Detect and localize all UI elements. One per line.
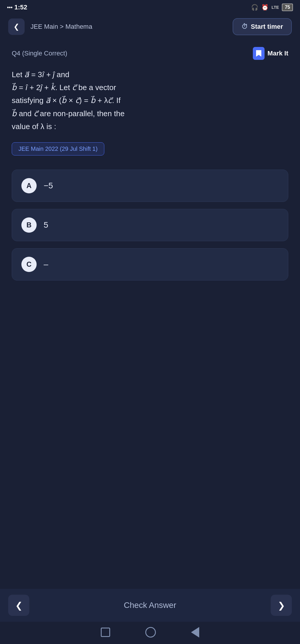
system-nav <box>0 622 300 644</box>
square-icon <box>101 628 110 637</box>
question-line-3: satisfying a⃗ × (b⃗ × c⃗) = b⃗ + λc⃗. If <box>12 96 120 105</box>
option-c-value: – <box>44 260 48 269</box>
option-b-badge: B <box>21 217 37 233</box>
question-text: Let a⃗ = 3î + ĵ and b⃗ = î + 2ĵ + k̂. Le… <box>12 68 288 133</box>
question-label: Q4 (Single Correct) <box>12 50 67 57</box>
bottom-nav: ❮ Check Answer ❯ <box>0 589 300 622</box>
nav-bar: ❮ JEE Main > Mathema ⏱ Start timer <box>0 13 300 40</box>
mark-it-label: Mark It <box>267 50 288 57</box>
status-bar: ••• 1:52 🎧 ⏰ LTE 75 <box>0 0 300 13</box>
status-time: 1:52 <box>14 4 27 11</box>
main-content: Q4 (Single Correct) Mark It Let a⃗ = 3î … <box>0 40 300 589</box>
question-line-4: b⃗ and c⃗ are non-parallel, then the <box>12 109 125 118</box>
next-icon: ❯ <box>278 600 285 611</box>
system-back-circle-button[interactable] <box>145 627 156 638</box>
option-b-value: 5 <box>44 220 48 230</box>
circle-icon <box>145 627 156 638</box>
back-icon: ❮ <box>13 23 19 31</box>
lte-label: LTE <box>272 5 279 10</box>
check-answer-button[interactable]: Check Answer <box>29 601 271 610</box>
option-a-value: −5 <box>44 181 53 190</box>
question-header: Q4 (Single Correct) Mark It <box>12 47 288 60</box>
bookmark-icon <box>253 47 265 60</box>
alarm-icon: ⏰ <box>261 4 269 11</box>
options-list: A −5 B 5 C – <box>12 170 288 280</box>
breadcrumb: JEE Main > Mathema <box>30 23 227 31</box>
option-a[interactable]: A −5 <box>12 170 288 202</box>
next-button[interactable]: ❯ <box>271 595 292 616</box>
source-tag[interactable]: JEE Main 2022 (29 Jul Shift 1) <box>12 142 104 155</box>
status-left: ••• 1:52 <box>7 4 27 11</box>
signal-icon: ••• <box>7 4 13 11</box>
system-home-button[interactable] <box>101 628 110 637</box>
option-a-badge: A <box>21 178 37 193</box>
triangle-back-icon <box>191 627 199 638</box>
mark-it-button[interactable]: Mark It <box>253 47 288 60</box>
question-line-5: value of λ is : <box>12 122 56 131</box>
option-c[interactable]: C – <box>12 248 288 280</box>
prev-button[interactable]: ❮ <box>8 595 29 616</box>
prev-icon: ❮ <box>15 600 23 611</box>
option-c-badge: C <box>21 257 37 272</box>
question-line-2: b⃗ = î + 2ĵ + k̂. Let c⃗ be a vector <box>12 83 116 92</box>
system-back-button[interactable] <box>191 627 199 638</box>
status-right: 🎧 ⏰ LTE 75 <box>251 4 293 11</box>
start-timer-button[interactable]: ⏱ Start timer <box>233 18 292 35</box>
headphone-icon: 🎧 <box>251 4 258 11</box>
question-line-1: Let a⃗ = 3î + ĵ and <box>12 70 69 79</box>
back-button[interactable]: ❮ <box>8 18 25 35</box>
check-answer-label: Check Answer <box>124 601 176 610</box>
timer-label: Start timer <box>251 23 283 31</box>
option-b[interactable]: B 5 <box>12 209 288 241</box>
timer-icon: ⏱ <box>241 23 248 31</box>
battery-indicator: 75 <box>282 4 293 11</box>
